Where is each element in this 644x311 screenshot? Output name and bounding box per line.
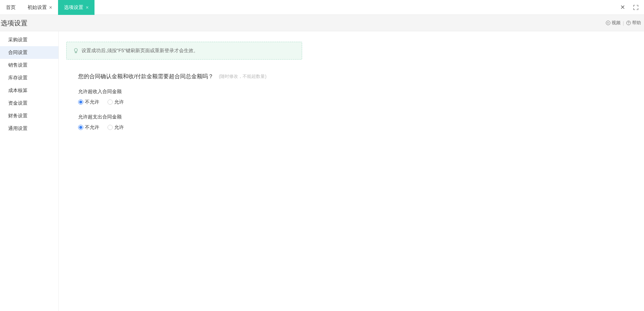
play-icon (606, 20, 611, 25)
radio-expense-yes[interactable]: 允许 (108, 124, 124, 131)
radio-label: 允许 (114, 124, 124, 131)
help-link[interactable]: 帮助 (626, 20, 641, 26)
radio-label: 不允许 (85, 99, 99, 105)
sidebar-item-funds[interactable]: 资金设置 (0, 97, 58, 110)
radio-icon (78, 99, 83, 105)
sidebar-item-purchase[interactable]: 采购设置 (0, 34, 58, 46)
sidebar-item-label: 资金设置 (8, 100, 28, 106)
tab-option-settings[interactable]: 选项设置 × (58, 0, 94, 15)
tab-bar: 首页 初始设置 × 选项设置 × ✕ (0, 0, 644, 15)
tip-text: 设置成功后,须按"F5"键刷新页面或重新登录才会生效。 (81, 47, 198, 54)
content: 设置成功后,须按"F5"键刷新页面或重新登录才会生效。 您的合同确认金额和收/付… (59, 31, 644, 311)
option-group-expense: 允许超支出合同金额 不允许 允许 (78, 114, 644, 131)
radio-row: 不允许 允许 (78, 124, 644, 131)
tab-label: 选项设置 (64, 4, 83, 11)
tab-label: 首页 (6, 4, 16, 11)
sub-header: 选项设置 视频 | 帮助 (0, 15, 644, 31)
fullscreen-icon (633, 5, 638, 10)
close-icon: ✕ (620, 4, 625, 11)
svg-point-1 (627, 21, 631, 25)
sidebar-item-inventory[interactable]: 库存设置 (0, 72, 58, 84)
radio-icon (78, 125, 83, 130)
close-icon[interactable]: × (86, 5, 89, 10)
video-label: 视频 (612, 20, 621, 26)
tip-box: 设置成功后,须按"F5"键刷新页面或重新登录才会生效。 (66, 42, 302, 60)
radio-icon (108, 99, 113, 105)
radio-row: 不允许 允许 (78, 99, 644, 105)
close-icon[interactable]: × (49, 5, 52, 10)
sub-header-actions: 视频 | 帮助 (606, 20, 641, 26)
layout: 采购设置 合同设置 销售设置 库存设置 成本核算 资金设置 财务设置 通用设置 … (0, 31, 644, 311)
help-label: 帮助 (632, 20, 641, 26)
tab-label: 初始设置 (28, 4, 47, 11)
page-title: 选项设置 (0, 19, 28, 28)
divider: | (623, 20, 624, 26)
tab-bar-actions: ✕ (617, 2, 644, 13)
sidebar-item-sales[interactable]: 销售设置 (0, 59, 58, 72)
sidebar-item-label: 库存设置 (8, 75, 28, 80)
sidebar-item-contract[interactable]: 合同设置 (0, 46, 58, 59)
sidebar-item-label: 合同设置 (8, 50, 28, 55)
sidebar-item-label: 采购设置 (8, 37, 28, 42)
tab-initial-settings[interactable]: 初始设置 × (22, 0, 58, 15)
sidebar: 采购设置 合同设置 销售设置 库存设置 成本核算 资金设置 财务设置 通用设置 (0, 31, 59, 311)
close-tabs-button[interactable]: ✕ (617, 2, 628, 13)
sidebar-item-label: 财务设置 (8, 113, 28, 118)
radio-label: 允许 (114, 99, 124, 105)
radio-income-no[interactable]: 不允许 (78, 99, 99, 105)
video-link[interactable]: 视频 (606, 20, 621, 26)
options-section: 您的合同确认金额和收/付款金额需要超合同总金额吗？ (随时修改，不能超数量) 允… (66, 73, 644, 131)
section-header: 您的合同确认金额和收/付款金额需要超合同总金额吗？ (随时修改，不能超数量) (78, 73, 644, 80)
radio-income-yes[interactable]: 允许 (108, 99, 124, 105)
sidebar-item-general[interactable]: 通用设置 (0, 122, 58, 135)
option-group-income: 允许超收入合同金额 不允许 允许 (78, 88, 644, 105)
fullscreen-button[interactable] (631, 2, 641, 13)
sidebar-item-label: 销售设置 (8, 62, 28, 68)
help-icon (626, 20, 631, 25)
radio-expense-no[interactable]: 不允许 (78, 124, 99, 131)
radio-label: 不允许 (85, 124, 99, 131)
section-note: (随时修改，不能超数量) (219, 73, 266, 80)
option-label: 允许超支出合同金额 (78, 114, 644, 120)
section-title: 您的合同确认金额和收/付款金额需要超合同总金额吗？ (78, 73, 214, 80)
sidebar-item-cost[interactable]: 成本核算 (0, 84, 58, 97)
sidebar-item-finance[interactable]: 财务设置 (0, 110, 58, 122)
sidebar-item-label: 成本核算 (8, 88, 28, 93)
lightbulb-icon (73, 48, 79, 53)
sidebar-item-label: 通用设置 (8, 126, 28, 131)
option-label: 允许超收入合同金额 (78, 88, 644, 95)
tab-home[interactable]: 首页 (0, 0, 22, 15)
radio-icon (108, 125, 113, 130)
